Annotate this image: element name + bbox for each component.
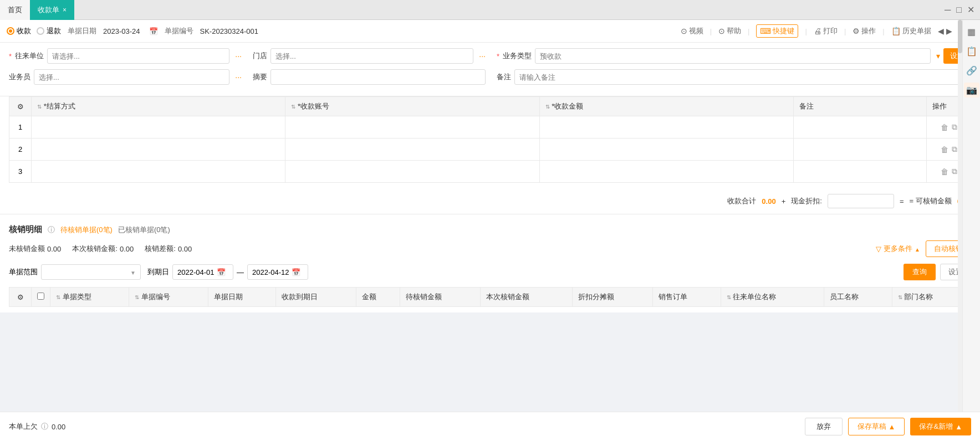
row-account-2[interactable] bbox=[285, 139, 539, 161]
info-icon[interactable]: ⓘ bbox=[48, 225, 55, 235]
scrollbar[interactable] bbox=[958, 20, 962, 441]
footer: 本单上欠 ⓘ 0.00 放弃 保存草稿 ▲ 保存&新增 ▲ bbox=[0, 412, 980, 441]
row-amount-2[interactable] bbox=[539, 139, 793, 161]
actions-btn[interactable]: ⚙ 操作 bbox=[853, 26, 876, 36]
partner-more-icon[interactable]: ··· bbox=[235, 52, 242, 60]
col-account: ⇅ *收款账号 bbox=[285, 97, 539, 116]
shortcut-btn[interactable]: ⌨ 快捷键 bbox=[756, 24, 798, 38]
date-label: 单据日期 bbox=[68, 26, 96, 36]
note-input[interactable] bbox=[514, 69, 971, 85]
sort-account[interactable]: ⇅ bbox=[291, 104, 295, 110]
help-btn[interactable]: ⊙ 帮助 bbox=[718, 26, 741, 36]
link-sidebar-icon[interactable]: 🔗 bbox=[964, 63, 979, 78]
nav-prev-icon[interactable]: ◀ bbox=[938, 27, 944, 35]
row-note-3[interactable] bbox=[793, 161, 926, 183]
pending-tab[interactable]: 待核销单据(0笔) bbox=[60, 225, 113, 235]
history-btn[interactable]: 📋 历史单据 bbox=[891, 26, 931, 36]
bcol-pending: 待核销金额 bbox=[400, 288, 481, 307]
diff-stat: 核销差额: 0.00 bbox=[145, 244, 192, 254]
sort-partner[interactable]: ⇅ bbox=[727, 294, 731, 300]
save-new-btn[interactable]: 保存&新增 ▲ bbox=[910, 418, 971, 435]
copy-row-icon-1[interactable]: ⧉ bbox=[952, 122, 957, 132]
copy-row-icon-2[interactable]: ⧉ bbox=[952, 145, 957, 154]
sort-dept[interactable]: ⇅ bbox=[898, 294, 902, 300]
row-settlement-1[interactable] bbox=[32, 116, 285, 139]
screenshot-sidebar-icon[interactable]: 📷 bbox=[964, 83, 979, 98]
row-note-2[interactable] bbox=[793, 139, 926, 161]
bcol-partner: ⇅ 往来单位名称 bbox=[721, 288, 824, 307]
date-value: 2023-03-24 bbox=[103, 27, 140, 35]
window-close-icon[interactable]: ✕ bbox=[967, 4, 974, 15]
store-more-icon[interactable]: ··· bbox=[479, 52, 486, 60]
discount-input[interactable] bbox=[828, 194, 894, 208]
sort-type[interactable]: ⇅ bbox=[56, 294, 60, 300]
cal-to-icon[interactable]: 📅 bbox=[292, 268, 300, 276]
sort-settlement[interactable]: ⇅ bbox=[37, 104, 42, 110]
amount-info-icon[interactable]: ⓘ bbox=[41, 422, 48, 432]
refund-radio[interactable]: 退款 bbox=[37, 26, 61, 36]
select-all-checkbox[interactable] bbox=[37, 293, 44, 300]
abandon-btn[interactable]: 放弃 bbox=[805, 418, 843, 435]
note-sidebar-icon[interactable]: 📋 bbox=[964, 44, 979, 59]
number-label: 单据编号 bbox=[165, 26, 193, 36]
business-type-arrow[interactable]: ▾ bbox=[936, 52, 940, 60]
tab-receipt[interactable]: 收款单 × bbox=[30, 0, 74, 20]
refund-radio-dot bbox=[37, 27, 44, 35]
bcol-order: 销售订单 bbox=[652, 288, 721, 307]
sort-amount[interactable]: ⇅ bbox=[545, 104, 550, 110]
col-gear[interactable]: ⚙ bbox=[9, 97, 32, 116]
business-type-input[interactable] bbox=[535, 48, 931, 64]
row-no-2: 2 bbox=[9, 139, 32, 161]
receipt-radio[interactable]: 收款 bbox=[7, 26, 31, 36]
date-range: 2022-04-01 📅 — 2022-04-12 📅 bbox=[172, 264, 308, 280]
store-input[interactable] bbox=[270, 48, 473, 64]
video-btn[interactable]: ⊙ 视频 bbox=[681, 26, 703, 36]
bcol-type: ⇅ 单据类型 bbox=[50, 288, 129, 307]
scrollbar-thumb[interactable] bbox=[958, 20, 962, 53]
save-draft-btn[interactable]: 保存草稿 ▲ bbox=[848, 418, 905, 435]
row-account-1[interactable] bbox=[285, 116, 539, 139]
save-new-arrow[interactable]: ▲ bbox=[955, 423, 962, 431]
row-amount-1[interactable] bbox=[539, 116, 793, 139]
bcol-gear[interactable]: ⚙ bbox=[9, 288, 32, 307]
copy-row-icon-3[interactable]: ⧉ bbox=[952, 167, 957, 176]
row-amount-3[interactable] bbox=[539, 161, 793, 183]
row-account-3[interactable] bbox=[285, 161, 539, 183]
table-sidebar-icon[interactable]: ▦ bbox=[965, 24, 978, 39]
staff-more-icon[interactable]: ··· bbox=[235, 73, 242, 81]
delete-row-icon-3[interactable]: 🗑 bbox=[941, 167, 948, 176]
staff-input[interactable] bbox=[34, 69, 229, 85]
summary-input[interactable] bbox=[270, 69, 486, 85]
minimize-icon[interactable]: ─ bbox=[945, 5, 951, 15]
row-settlement-2[interactable] bbox=[32, 139, 285, 161]
delete-row-icon-2[interactable]: 🗑 bbox=[941, 145, 948, 154]
maximize-icon[interactable]: □ bbox=[956, 5, 962, 15]
range-select[interactable] bbox=[41, 264, 141, 280]
table-row: 1 🗑 ⧉ bbox=[9, 116, 971, 139]
history-label: 历史单据 bbox=[902, 26, 931, 36]
filter-icon: ▽ bbox=[876, 245, 881, 253]
bcol-checkbox[interactable] bbox=[32, 288, 50, 307]
date-to-input[interactable]: 2022-04-12 📅 bbox=[247, 264, 308, 280]
sort-number[interactable]: ⇅ bbox=[135, 294, 139, 300]
date-calendar-icon[interactable]: 📅 bbox=[149, 27, 158, 35]
partner-input[interactable] bbox=[47, 48, 229, 64]
save-draft-arrow[interactable]: ▲ bbox=[889, 423, 896, 431]
nav-next-icon[interactable]: ▶ bbox=[946, 27, 952, 35]
col-amount: ⇅ *收款金额 bbox=[539, 97, 793, 116]
row-settlement-3[interactable] bbox=[32, 161, 285, 183]
diff-label: 核销差额: bbox=[145, 244, 176, 254]
col-settlement: ⇅ *结算方式 bbox=[32, 97, 285, 116]
date-from-input[interactable]: 2022-04-01 📅 bbox=[172, 264, 233, 280]
bcol-amount: 金额 bbox=[356, 288, 400, 307]
tab-close-icon[interactable]: × bbox=[63, 6, 67, 14]
unverified-stat: 未核销金额 0.00 bbox=[9, 244, 61, 254]
more-filter-btn[interactable]: ▽ 更多条件 bbox=[876, 244, 920, 254]
delete-row-icon-1[interactable]: 🗑 bbox=[941, 123, 948, 132]
query-btn[interactable]: 查询 bbox=[904, 264, 936, 280]
cal-from-icon[interactable]: 📅 bbox=[217, 268, 226, 276]
print-btn[interactable]: 🖨 打印 bbox=[814, 26, 838, 36]
row-note-1[interactable] bbox=[793, 116, 926, 139]
tab-home[interactable]: 首页 bbox=[0, 0, 30, 20]
done-tab[interactable]: 已核销单据(0笔) bbox=[118, 225, 170, 235]
